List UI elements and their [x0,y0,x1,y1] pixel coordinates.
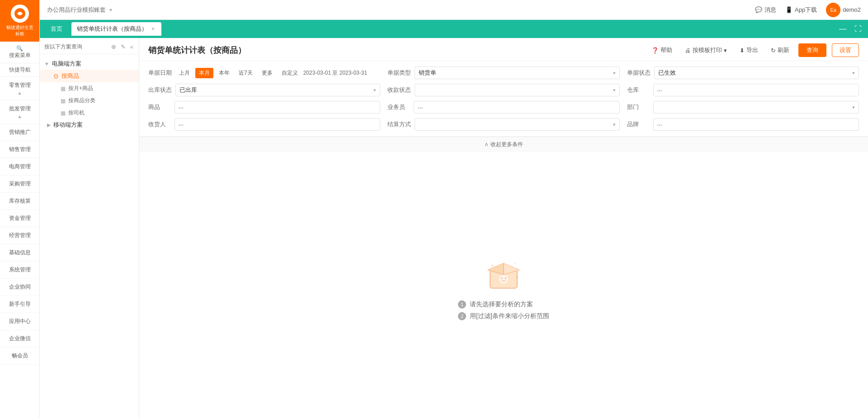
quick-nav-label: 快捷导航 [9,66,31,73]
department-input[interactable]: ▾ [653,101,859,114]
tree-item-by-category-label: 按商品分类 [68,97,95,104]
tab-active[interactable]: 销货单统计计表（按商品） × [71,22,161,36]
refresh-label: 刷新 [778,46,789,54]
tip2-text: 用[过滤]条件来缩小分析范围 [470,312,549,320]
message-label: 消息 [764,6,776,14]
collapse-more-button[interactable]: ∧ 收起更多条件 [139,137,868,152]
tab-close-button[interactable]: × [150,25,156,33]
settings-button[interactable]: 设置 [832,43,859,57]
query-button[interactable]: 查询 [798,43,826,57]
sidebar-item-sales[interactable]: 销售管理 [0,141,39,158]
filter-date-field: 单据日期 上月 本月 本年 近7天 更多 自定义 2023-03-01 至 20… [148,68,380,78]
edit-scheme-button[interactable]: ✎ [120,43,127,51]
sidebar-item-vip[interactable]: 畅会员 [0,347,39,365]
sidebar-search[interactable]: 🔍 搜索菜单 [0,42,39,63]
tree-item-by-product[interactable]: ⊙ 按商品 [40,70,139,82]
empty-tip-1: 1 请先选择要分析的方案 [458,300,549,309]
tab-maximize-button[interactable]: ⛶ [852,24,864,34]
sidebar-item-marketing[interactable]: 营销推广 [0,124,39,141]
doc-type-select[interactable]: 销货单 ▾ [415,66,619,79]
doc-status-select[interactable]: 已生效 ▾ [654,66,859,79]
brand-input[interactable]: ··· [653,118,859,131]
query-label: 查询 [807,46,818,54]
tab-home[interactable]: 首页 [43,22,70,36]
receipt-status-input[interactable]: ▾ [415,84,619,96]
sidebar-item-procurement[interactable]: 采购管理 [0,176,39,193]
product-dots: ··· [179,104,184,111]
filter-salesperson-field: 业务员 ··· [387,101,619,114]
print-label: 按模板打印 [693,46,722,54]
left-panel: 按以下方案查询 ⊕ ✎ « ▼ 电脑端方案 ⊙ 按商品 [40,38,139,418]
wholesale-label: 批发管理 [9,105,31,113]
export-button[interactable]: ⬇ 导出 [736,44,762,56]
filter-row-1: 单据日期 上月 本月 本年 近7天 更多 自定义 2023-03-01 至 20… [148,66,859,79]
tree-item-by-category[interactable]: ▦ 按商品分类 [40,95,139,107]
salesperson-label: 业务员 [387,103,410,111]
consignee-input[interactable]: ··· [175,118,380,131]
page-title-bar: 销货单统计计表（按商品） ❓ 帮助 🖨 按模板打印 ▾ ⬇ 导出 [139,38,868,61]
date-tab-last-month[interactable]: 上月 [175,68,193,78]
empty-state: 1 请先选择要分析的方案 2 用[过滤]条件来缩小分析范围 [139,152,868,418]
salesperson-input[interactable]: ··· [414,101,619,114]
logo-area: 畅捷通好生意 标账 [0,0,39,42]
sidebar-item-enterprise[interactable]: 企业协同 [0,279,39,296]
product-label: 商品 [148,103,171,111]
consignee-dots: ··· [179,121,184,128]
app-subtitle: 标账 [15,31,24,37]
sidebar-item-retail[interactable]: 零售管理 ▲ [0,77,39,100]
app-download-button[interactable]: 📱 App下载 [785,6,817,14]
message-button[interactable]: 💬 消息 [755,6,776,14]
filter-row-4: 收货人 ··· 结算方式 ▾ 品牌 [148,118,859,131]
sidebar-item-app-center[interactable]: 应用中心 [0,313,39,330]
operations-label: 经营管理 [9,232,31,239]
avatar: Ea [826,3,840,17]
sidebar-item-inventory[interactable]: 库存核算 [0,193,39,210]
doc-type-value: 销货单 [419,69,436,77]
product-scheme-icon: ⊙ [53,72,59,80]
date-tabs: 上月 本月 本年 近7天 更多 自定义 2023-03-01 至 2023-03… [175,68,367,78]
sidebar-item-newbie[interactable]: 新手引导 [0,296,39,313]
tree-collapse-icon: ▶ [47,122,51,128]
sidebar-item-wechat[interactable]: 企业微信 [0,330,39,347]
tree-group-desktop[interactable]: ▼ 电脑端方案 [40,58,139,70]
date-tab-custom[interactable]: 自定义 [278,68,302,78]
tree-item-by-month-product[interactable]: ▦ 按月+商品 [40,82,139,95]
top-header: 办公用品行业模拟账套 ▾ 💬 消息 📱 App下载 Ea demo2 [40,0,868,20]
out-status-select[interactable]: 已出库 ▾ [175,84,380,96]
empty-tips: 1 请先选择要分析的方案 2 用[过滤]条件来缩小分析范围 [458,300,549,320]
date-tab-more[interactable]: 更多 [258,68,276,78]
sidebar-item-quick-nav[interactable]: 快捷导航 [0,63,39,77]
sidebar-item-basic-info[interactable]: 基础信息 [0,244,39,261]
product-input[interactable]: ··· [175,101,380,114]
sidebar-item-wholesale[interactable]: 批发管理 ▲ [0,100,39,124]
wechat-label: 企业微信 [9,335,31,342]
date-tab-7days[interactable]: 近7天 [235,68,256,78]
doc-status-value: 已生效 [658,69,676,77]
sidebar-item-finance[interactable]: 资金管理 [0,210,39,227]
sidebar-item-operations[interactable]: 经营管理 [0,227,39,244]
tree-item-by-month-product-label: 按月+商品 [68,85,93,92]
date-label: 单据日期 [148,69,172,77]
tree-item-by-cashier[interactable]: ▦ 按司机 [40,107,139,119]
help-button[interactable]: ❓ 帮助 [648,44,676,56]
warehouse-input[interactable]: ··· [653,84,859,96]
logo-icon [11,5,29,23]
filter-out-status-field: 出库状态 已出库 ▾ [148,84,380,96]
tree-group-mobile[interactable]: ▶ 移动端方案 [40,119,139,131]
tab-minimize-button[interactable]: — [836,24,849,34]
add-scheme-button[interactable]: ⊕ [110,43,117,51]
print-button[interactable]: 🖨 按模板打印 ▾ [681,44,731,56]
content-area: 按以下方案查询 ⊕ ✎ « ▼ 电脑端方案 ⊙ 按商品 [40,38,868,418]
date-control: 上月 本月 本年 近7天 更多 自定义 2023-03-01 至 2023-03… [175,68,380,78]
sales-label: 销售管理 [9,146,31,153]
user-profile[interactable]: Ea demo2 [826,3,861,17]
sidebar-item-ecommerce[interactable]: 电商管理 [0,158,39,176]
sidebar-item-system[interactable]: 系统管理 [0,261,39,279]
salesperson-dots: ··· [418,104,423,111]
svg-point-6 [514,263,516,264]
collapse-panel-button[interactable]: « [129,43,134,51]
date-tab-this-month[interactable]: 本月 [195,68,213,78]
payment-input[interactable]: ▾ [415,118,619,131]
date-tab-this-year[interactable]: 本年 [215,68,233,78]
refresh-button[interactable]: ↻ 刷新 [767,44,793,56]
